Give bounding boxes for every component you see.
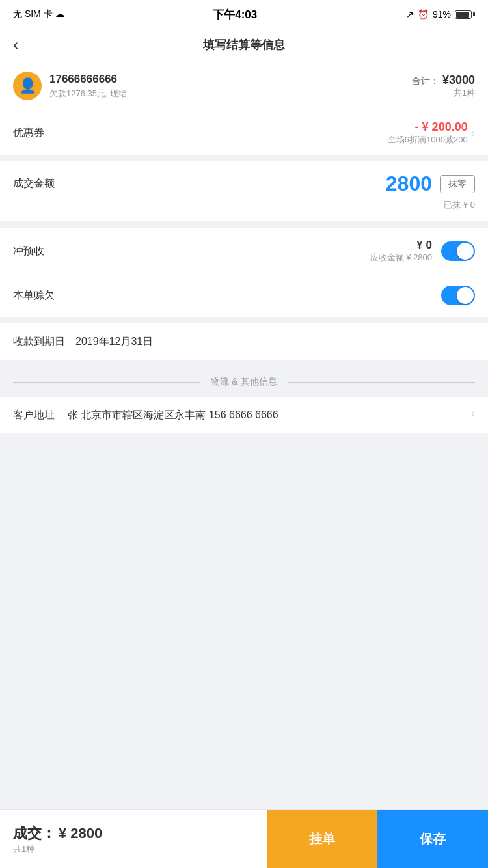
- avatar: 👤: [13, 72, 42, 100]
- coupon-desc: 全场6折满1000减200: [388, 134, 468, 146]
- credit-toggle-knob: [457, 287, 474, 304]
- coupon-label: 优惠券: [13, 126, 44, 140]
- user-info: 17666666666 欠款1276.35元, 现结: [49, 73, 127, 100]
- back-button[interactable]: ‹: [13, 37, 18, 53]
- hang-button[interactable]: 挂单: [267, 810, 377, 869]
- address-section: 客户地址 张 北京市市辖区海淀区永丰南 156 6666 6666 ›: [0, 397, 488, 433]
- coupon-row[interactable]: 优惠券 - ¥ 200.00 全场6折满1000减200 ›: [0, 111, 488, 155]
- battery-percent: 91%: [433, 9, 451, 20]
- credit-toggle[interactable]: [441, 286, 475, 305]
- coupon-value-group: - ¥ 200.00 全场6折满1000减200: [388, 120, 468, 146]
- status-right: ↗ ⏰ 91%: [406, 9, 475, 20]
- credit-row: 本单赊欠: [13, 274, 475, 317]
- prepay-toggle[interactable]: [441, 241, 475, 261]
- page-title: 填写结算等信息: [203, 37, 285, 53]
- duedate-row: 收款到期日 2019年12月31日: [13, 335, 475, 349]
- coupon-discount: - ¥ 200.00: [388, 120, 468, 134]
- total-count: 共1种: [412, 87, 475, 99]
- user-right: 合计： ¥3000 共1种: [412, 74, 475, 99]
- amount-row: 成交金额 2800 抹零: [13, 172, 475, 196]
- divider-line-right: [288, 382, 475, 383]
- prepay-amount: ¥ 0: [370, 239, 432, 252]
- amount-value-group: 2800 抹零: [386, 172, 475, 196]
- nav-bar: ‹ 填写结算等信息: [0, 29, 488, 61]
- avatar-icon: 👤: [19, 77, 36, 94]
- divider-text: 物流 & 其他信息: [211, 376, 277, 388]
- prepay-row: 冲预收 ¥ 0 应收金额 ¥ 2800: [13, 228, 475, 274]
- save-button[interactable]: 保存: [377, 810, 488, 869]
- bottom-deal-label: 成交：: [13, 825, 56, 841]
- total-label: 合计：: [412, 75, 439, 86]
- credit-section: 本单赊欠: [0, 274, 488, 317]
- prepay-label: 冲预收: [13, 245, 44, 258]
- amount-section: 成交金额 2800 抹零 已抹 ¥ 0: [0, 161, 488, 221]
- user-phone: 17666666666: [49, 73, 127, 86]
- sim-label: 无 SIM 卡 ☁: [13, 8, 64, 20]
- spacer: [0, 440, 488, 453]
- divider-label-section: 物流 & 其他信息: [0, 367, 488, 397]
- alarm-icon: ⏰: [418, 9, 429, 20]
- fuzero-button[interactable]: 抹零: [440, 175, 475, 193]
- user-row: 👤 17666666666 欠款1276.35元, 现结 合计： ¥3000 共…: [0, 61, 488, 111]
- battery-bar: [455, 10, 475, 19]
- coupon-chevron-icon: ›: [472, 128, 475, 139]
- status-time: 下午4:03: [213, 7, 257, 22]
- prepay-value-group: ¥ 0 应收金额 ¥ 2800: [370, 239, 432, 264]
- bottom-deal-amount: ¥ 2800: [59, 825, 102, 841]
- status-bar: 无 SIM 卡 ☁ 下午4:03 ↗ ⏰ 91%: [0, 0, 488, 29]
- prepay-sub-text: 应收金额 ¥ 2800: [370, 252, 432, 264]
- main-content: 👤 17666666666 欠款1276.35元, 现结 合计： ¥3000 共…: [0, 61, 488, 511]
- bottom-deal-count: 共1种: [13, 843, 254, 855]
- prepay-right: ¥ 0 应收金额 ¥ 2800: [370, 239, 475, 264]
- address-chevron-icon: ›: [472, 407, 475, 419]
- user-left: 👤 17666666666 欠款1276.35元, 现结: [13, 72, 127, 100]
- divider-line-left: [13, 382, 200, 383]
- credit-label: 本单赊欠: [13, 289, 55, 303]
- bottom-summary: 成交： ¥ 2800 共1种: [0, 824, 267, 855]
- bottom-bar: 成交： ¥ 2800 共1种 挂单 保存: [0, 809, 488, 868]
- amount-number: 2800: [386, 172, 432, 196]
- location-icon: ↗: [406, 9, 414, 20]
- total-line: 合计： ¥3000: [412, 74, 475, 87]
- duedate-section: 收款到期日 2019年12月31日: [0, 323, 488, 360]
- user-info-card: 👤 17666666666 欠款1276.35元, 现结 合计： ¥3000 共…: [0, 61, 488, 155]
- coupon-right: - ¥ 200.00 全场6折满1000减200 ›: [388, 120, 475, 146]
- address-value: 张 北京市市辖区海淀区永丰南 156 6666 6666: [68, 407, 472, 423]
- address-label: 客户地址: [13, 407, 55, 423]
- prepay-section: 冲预收 ¥ 0 应收金额 ¥ 2800: [0, 228, 488, 274]
- bottom-deal-line: 成交： ¥ 2800: [13, 824, 254, 843]
- amount-label: 成交金额: [13, 177, 55, 191]
- total-amount: ¥3000: [442, 74, 475, 87]
- toggle-knob: [457, 243, 474, 260]
- status-left: 无 SIM 卡 ☁: [13, 8, 64, 20]
- duedate-value: 2019年12月31日: [75, 335, 153, 349]
- amount-sub-text: 已抹 ¥ 0: [444, 200, 475, 210]
- user-debt: 欠款1276.35元, 现结: [49, 88, 127, 100]
- duedate-label: 收款到期日: [13, 335, 65, 349]
- address-row[interactable]: 客户地址 张 北京市市辖区海淀区永丰南 156 6666 6666 ›: [13, 397, 475, 433]
